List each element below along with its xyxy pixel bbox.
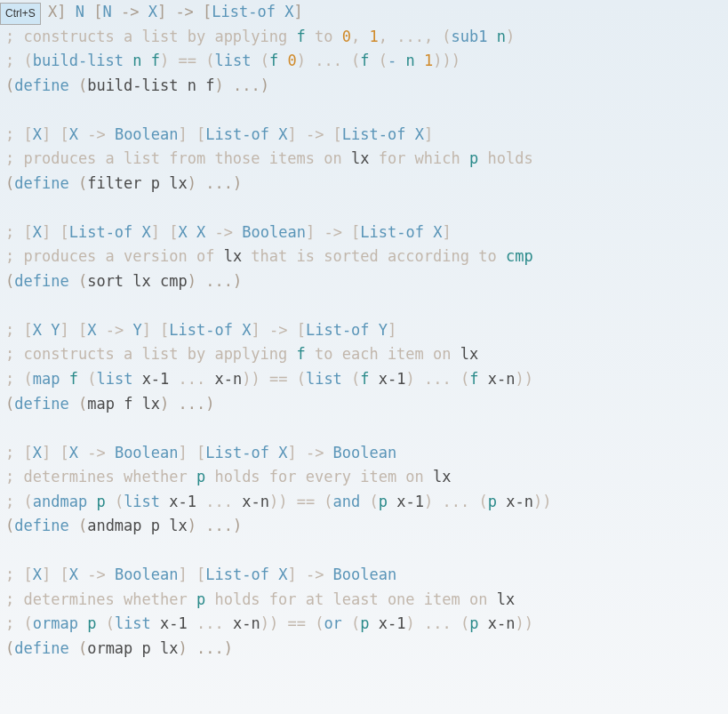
t: f: [69, 370, 78, 388]
t: p: [469, 149, 478, 167]
t: ) ...): [215, 76, 269, 94]
t: (: [342, 370, 360, 388]
t: ) ... (: [406, 370, 470, 388]
t: ) ... (: [424, 493, 488, 510]
t: X: [69, 125, 78, 143]
t: holds for every item on: [205, 468, 433, 485]
t: (: [106, 493, 124, 510]
t: lx: [497, 590, 515, 608]
t: map: [33, 370, 60, 388]
code-line: ; [X Y] [X -> Y] [List-of X] -> [List-of…: [5, 318, 723, 343]
t: lx: [160, 639, 178, 657]
t: [388, 493, 396, 510]
t: p: [360, 614, 369, 632]
code-line: ; [X] [X -> Boolean] [List-of X] -> Bool…: [5, 441, 723, 466]
t: p: [151, 174, 160, 192]
t: [151, 614, 160, 632]
t: X: [33, 125, 42, 143]
t: [370, 370, 379, 388]
t: list: [306, 370, 342, 388]
t: define: [14, 272, 68, 290]
t: X: [69, 566, 78, 583]
t: (: [78, 370, 96, 388]
t: n: [406, 52, 415, 69]
t: Boolean: [115, 566, 179, 583]
t: list: [124, 493, 160, 510]
t: list: [115, 614, 151, 632]
t: , ..., (: [379, 28, 452, 45]
code-line: ; (andmap p (list x-1 ... x-n)) == (and …: [5, 490, 723, 515]
t: [132, 370, 141, 388]
t: X: [415, 125, 424, 143]
code-line: (define (sort lx cmp) ...): [5, 269, 723, 294]
t: map: [87, 395, 115, 413]
t: [415, 52, 424, 69]
blank-line: [5, 416, 723, 441]
blank-line: [5, 98, 723, 123]
t: lx: [351, 149, 369, 167]
t: (: [96, 614, 114, 632]
t: x-n: [488, 370, 516, 388]
t: )) == (: [260, 614, 324, 632]
t: ->: [112, 3, 148, 20]
code-line: ; constructs a list by applying f to 0, …: [5, 25, 723, 50]
t: ) ...): [188, 517, 242, 534]
t: ] -> [: [157, 3, 212, 20]
t: [142, 174, 151, 192]
t: [78, 614, 87, 632]
t: x-1: [169, 493, 196, 510]
t: ->: [78, 566, 115, 583]
t: lx: [142, 395, 160, 413]
t: ; determines whether: [5, 590, 196, 608]
t: ; (: [5, 614, 33, 632]
t: cmp: [506, 247, 533, 265]
t: ): [506, 28, 515, 45]
t: X: [278, 444, 287, 461]
t: ; (: [5, 370, 33, 388]
t: ...: [169, 370, 214, 388]
t: ormap: [33, 614, 78, 632]
t: Boolean: [333, 566, 397, 583]
t: Boolean: [115, 444, 179, 461]
t: 0: [342, 28, 351, 45]
t: (: [5, 639, 14, 657]
t: 0: [287, 52, 296, 69]
t: ] ->: [287, 566, 332, 583]
t: [269, 125, 278, 143]
t: p: [151, 517, 160, 534]
t: (: [360, 493, 378, 510]
t: ->: [78, 125, 115, 143]
t: Y: [379, 321, 388, 339]
t: )): [515, 614, 532, 632]
t: X: [196, 223, 205, 241]
t: n: [188, 76, 196, 94]
t: (: [69, 639, 87, 657]
t: ] [: [179, 125, 206, 143]
t: p: [196, 590, 205, 608]
t: ; (: [5, 52, 33, 69]
t: filter: [87, 174, 141, 192]
t: cmp: [160, 272, 188, 290]
code-line: (define (filter p lx) ...): [5, 172, 723, 197]
t: andmap: [33, 493, 87, 510]
t: [151, 639, 160, 657]
t: ) ...): [160, 395, 214, 413]
t: [124, 52, 132, 69]
t: [151, 272, 160, 290]
t: ) ...): [188, 174, 242, 192]
t: ; determines whether: [5, 468, 196, 485]
t: ; [: [5, 444, 33, 461]
code-line: ; determines whether p holds for at leas…: [5, 588, 723, 613]
t: (: [342, 614, 360, 632]
t: ) ...): [179, 639, 233, 657]
t: define: [14, 639, 68, 657]
t: [396, 52, 405, 69]
t: ] [: [179, 444, 206, 461]
t: p: [96, 493, 105, 510]
t: ; produces a version of: [5, 247, 224, 265]
t: [370, 614, 379, 632]
t: [132, 639, 141, 657]
code-line: ; [X] [X -> Boolean] [List-of X] -> Bool…: [5, 563, 723, 588]
t: X: [69, 444, 78, 461]
t: List-of: [69, 223, 133, 241]
